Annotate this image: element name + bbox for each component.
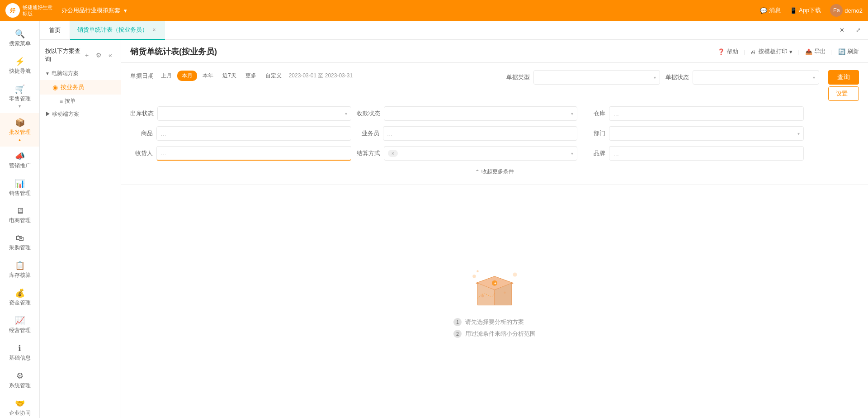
warehouse-input[interactable]: … [609, 106, 804, 121]
sidebar-item-inventory[interactable]: 📋 库存核算 [0, 256, 39, 284]
date-btn-last-month[interactable]: 上月 [157, 70, 175, 81]
sidebar-item-quick-nav[interactable]: ⚡ 快捷导航 [0, 52, 39, 80]
sidebar-item-label: 基础信息 [9, 354, 31, 362]
sub-plan-item-by-order[interactable]: ≡ 按单 [40, 95, 121, 108]
close-window-button[interactable]: ✕ [835, 24, 848, 37]
print-action[interactable]: 🖨 按模板打印 ▾ [750, 48, 793, 56]
collapse-button[interactable]: ⌃ 收起更多条件 [470, 166, 519, 177]
out-status-input[interactable]: ▾ [157, 106, 351, 121]
receiver-input[interactable]: … [156, 146, 351, 161]
salesman-input[interactable]: … [383, 126, 578, 141]
date-btn-this-year[interactable]: 本年 [199, 70, 217, 81]
user-action[interactable]: Ea demo2 [830, 4, 863, 17]
sidebar-item-retail[interactable]: 🛒 零售管理 ▾ [0, 80, 39, 113]
doc-type-label: 单据类型 [506, 73, 530, 81]
dept-dropdown-icon: ▾ [797, 131, 800, 136]
sidebar-item-search[interactable]: 🔍 搜索菜单 [0, 24, 39, 52]
doc-type-input[interactable]: ▾ [533, 70, 660, 85]
sales-icon: 📊 [15, 179, 25, 189]
brand-label: 品牌 [583, 149, 605, 157]
step-2-circle: 2 [453, 330, 462, 338]
sidebar-item-operations[interactable]: 📈 经营管理 [0, 311, 39, 339]
sidebar-item-purchase[interactable]: 🛍 采购管理 [0, 229, 39, 256]
sidebar-item-system[interactable]: ⚙ 系统管理 [0, 366, 39, 394]
left-panel: 按以下方案查询 + ⚙ « [40, 40, 121, 418]
refresh-action[interactable]: 🔄 刷新 [838, 48, 859, 56]
out-status-dropdown-icon: ▾ [345, 111, 347, 116]
plan-item-by-salesman[interactable]: ◉ 按业务员 [40, 80, 121, 95]
sidebar-item-wholesale[interactable]: 📦 批发管理 ▴ [0, 113, 39, 147]
settings-plan-button[interactable]: ⚙ [94, 50, 104, 60]
message-action[interactable]: 💬 消息 [760, 6, 781, 14]
print-dropdown-icon: ▾ [789, 48, 793, 55]
filter-row-3: 商品 … 业务员 … [130, 126, 859, 141]
warehouse-label: 仓库 [583, 109, 605, 118]
date-btn-7days[interactable]: 近7天 [219, 70, 240, 81]
industry-label: 办公用品行业模拟账套 [61, 6, 120, 14]
retail-icon: 🛒 [15, 84, 25, 94]
collaboration-icon: 🤝 [15, 399, 25, 408]
date-btn-custom[interactable]: 自定义 [262, 70, 285, 81]
tab-active[interactable]: 销货单统计表（按业务员） × [70, 21, 165, 40]
empty-step-2: 2 用过滤条件来缩小分析范围 [453, 330, 536, 338]
doc-status-input[interactable]: ▾ [693, 70, 819, 85]
filter-row-4: 收货人 … 结算方式 × [130, 146, 859, 161]
doc-status-label: 单据状态 [665, 73, 689, 81]
dept-input[interactable]: ▾ [609, 126, 804, 141]
settlement-input[interactable]: × ▾ [384, 146, 578, 161]
sidebar-item-collaboration[interactable]: 🤝 企业协同 [0, 394, 39, 418]
app-download-action[interactable]: 📱 App下载 [790, 6, 821, 14]
sidebar-item-marketing[interactable]: 📣 营销推广 [0, 147, 39, 174]
collapse-icon: « [108, 52, 112, 59]
goods-input[interactable]: … [156, 126, 351, 141]
export-action[interactable]: 📤 导出 [805, 48, 826, 56]
svg-point-8 [472, 275, 476, 278]
sidebar-item-label: 批发管理 [9, 128, 31, 136]
sidebar-item-ecommerce[interactable]: 🖥 电商管理 [0, 202, 39, 229]
sidebar-item-finance[interactable]: 💰 资金管理 [0, 284, 39, 311]
brand-input[interactable]: … [609, 146, 804, 161]
date-range: 2023-03-01 至 2023-03-31 [289, 72, 353, 80]
payment-input[interactable]: ▾ [384, 106, 578, 121]
plan-item-label: 按业务员 [61, 83, 84, 91]
sidebar-item-label: 库存核算 [9, 271, 31, 279]
add-plan-button[interactable]: + [82, 50, 92, 60]
collapse-up-icon: ⌃ [475, 169, 480, 175]
export-icon: 📤 [805, 48, 812, 55]
doc-status-dropdown-icon: ▾ [813, 75, 815, 80]
basic-info-icon: ℹ [18, 343, 21, 353]
dept-label: 部门 [583, 129, 605, 138]
tab-close-button[interactable]: × [151, 26, 158, 33]
svg-point-7 [504, 291, 506, 294]
plan-group-mobile[interactable]: ▶ 移动端方案 [40, 108, 121, 121]
date-btn-more[interactable]: 更多 [242, 70, 260, 81]
tab-active-label: 销货单统计表（按业务员） [77, 26, 148, 34]
svg-text:✦: ✦ [494, 281, 497, 285]
app-download-icon: 📱 [790, 7, 797, 14]
date-btn-this-month[interactable]: 本月 [177, 71, 197, 81]
sub-plan-label: 按单 [65, 97, 75, 105]
left-panel-header: 按以下方案查询 + ⚙ « [40, 45, 121, 67]
finance-icon: 💰 [15, 288, 25, 298]
plan-group-desktop-header[interactable]: ▼ 电脑端方案 [40, 67, 121, 80]
sidebar-item-label: 零售管理 [9, 95, 31, 103]
collapse-panel-button[interactable]: « [105, 50, 115, 60]
settlement-dropdown-icon: ▾ [571, 151, 573, 156]
help-icon: ❓ [717, 48, 725, 55]
refresh-icon: 🔄 [838, 48, 845, 55]
svg-point-6 [481, 294, 484, 297]
tab-home[interactable]: 首页 [40, 21, 70, 40]
logo-circle: 好 [5, 3, 20, 18]
query-button[interactable]: 查询 [828, 70, 859, 85]
top-bar: 好 畅捷通好生意 标版 办公用品行业模拟账套 ▾ 💬 消息 📱 App下载 Ea [0, 0, 868, 21]
sidebar-item-sales[interactable]: 📊 销售管理 [0, 174, 39, 202]
filter-item-doc-status: 单据状态 ▾ [665, 70, 819, 85]
sidebar-item-label: 搜索菜单 [9, 40, 31, 48]
maximize-button[interactable]: ⤢ [852, 24, 864, 37]
filter-item-brand: 品牌 … [583, 146, 804, 161]
settlement-tag-close[interactable]: × [392, 151, 394, 156]
setting-button[interactable]: 设置 [828, 86, 859, 101]
help-action[interactable]: ❓ 帮助 [717, 48, 738, 56]
industry-dropdown-icon[interactable]: ▾ [124, 7, 127, 14]
sidebar-item-basic-info[interactable]: ℹ 基础信息 [0, 339, 39, 366]
